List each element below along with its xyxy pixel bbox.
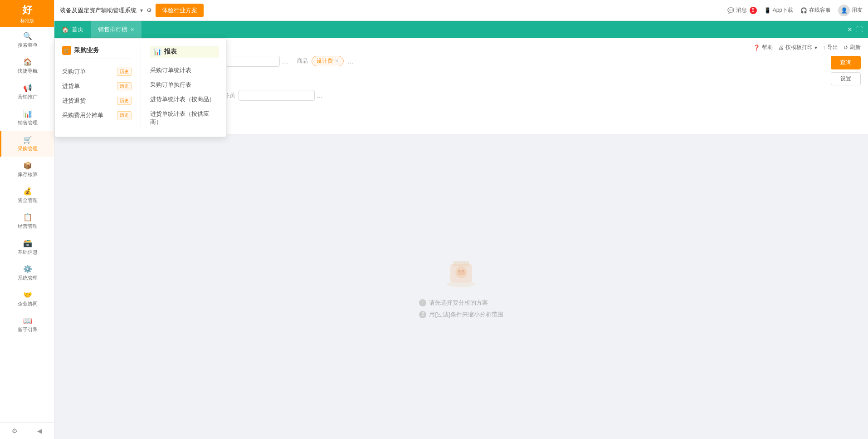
tab-controls: ✕ ⛶ (842, 26, 868, 33)
svg-point-6 (462, 270, 464, 272)
purchase-col-icon: 🛒 (62, 46, 71, 55)
goods-label: 商品 (297, 57, 308, 65)
sidebar-label-1: 快捷导航 (18, 68, 38, 74)
purchase-item-2[interactable]: 进货退货 历史 (62, 94, 132, 108)
goods-group: 商品 设计费 ✕ … (297, 56, 354, 66)
refresh-btn[interactable]: ↺ 刷新 (844, 44, 861, 51)
purchase-item-1[interactable]: 进货单 历史 (62, 79, 132, 94)
svg-point-5 (458, 270, 461, 272)
topbar-right: 💬 消息 5 📱 App下载 🎧 在线客服 👤 用友 (727, 5, 863, 16)
sidebar-icon-9: ⚙️ (23, 265, 32, 273)
settings-icon[interactable]: ⚙ (12, 427, 18, 434)
app-download-label: App下载 (773, 6, 793, 14)
bill-status-dots[interactable]: … (282, 58, 288, 65)
sidebar-item-5[interactable]: 📦 库存核算 (0, 157, 54, 183)
sidebar: 好 标准版 🔍 搜索菜单 🏠 快捷导航 📢 营销推广 📊 销售管理 🛒 采购管理… (0, 0, 54, 439)
goods-tag-text: 设计费 (317, 57, 333, 65)
sidebar-logo: 好 标准版 (0, 0, 54, 27)
purchase-item-3[interactable]: 采购费用分摊单 历史 (62, 108, 132, 123)
sidebar-footer: ⚙ ◀ (0, 422, 54, 439)
sidebar-item-7[interactable]: 📋 经营管理 (0, 208, 54, 234)
purchase-col-title: 采购业务 (74, 46, 99, 54)
message-badge: 5 (750, 7, 757, 14)
sidebar-item-9[interactable]: ⚙️ 系统管理 (0, 260, 54, 286)
topbar-left: 装备及固定资产辅助管理系统 ▾ ⚙ 体验行业方案 (60, 4, 204, 17)
sidebar-icon-1: 🏠 (23, 58, 32, 66)
sidebar-icon-10: 🤝 (23, 291, 32, 299)
topbar-settings-icon[interactable]: ⚙ (146, 7, 152, 14)
sidebar-label-4: 采购管理 (18, 145, 38, 152)
sidebar-icon-3: 📊 (23, 109, 32, 118)
report-item-3[interactable]: 进货单统计表（按供应商） (150, 107, 219, 129)
help-btn[interactable]: ❓ 帮助 (753, 44, 773, 51)
sidebar-item-1[interactable]: 🏠 快捷导航 (0, 53, 54, 79)
solution-button[interactable]: 体验行业方案 (156, 4, 204, 17)
sidebar-label-2: 营销推广 (18, 94, 38, 100)
topbar-dropdown-icon[interactable]: ▾ (140, 7, 143, 14)
export-icon: ↑ (823, 44, 825, 51)
system-title: 装备及固定资产辅助管理系统 (60, 6, 137, 15)
sidebar-item-2[interactable]: 📢 营销推广 (0, 79, 54, 105)
app-download-item[interactable]: 📱 App下载 (764, 6, 793, 14)
tab-home[interactable]: 🏠 首页 (54, 21, 91, 38)
sidebar-item-10[interactable]: 🤝 企业协同 (0, 286, 54, 312)
export-label: 导出 (827, 44, 838, 51)
purchase-dropdown: 🛒 采购业务 采购订单 历史 进货单 历史 进货退货 历史 采购费用分摊单 历史… (54, 38, 227, 137)
tab-sales-rank[interactable]: 销售排行榜 ✕ (91, 21, 141, 38)
report-item-1[interactable]: 采购订单执行表 (150, 78, 219, 92)
sidebar-icon-5: 📦 (23, 161, 32, 170)
sidebar-icon-4: 🛒 (23, 135, 32, 144)
message-label: 消息 (736, 6, 747, 14)
sidebar-item-8[interactable]: 🗃️ 基础信息 (0, 234, 54, 260)
tab-expand-icon[interactable]: ⛶ (856, 26, 863, 33)
print-dropdown-icon[interactable]: ▾ (814, 44, 817, 51)
sidebar-menu: 🔍 搜索菜单 🏠 快捷导航 📢 营销推广 📊 销售管理 🛒 采购管理 📦 库存核… (0, 27, 54, 422)
sidebar-label-5: 库存核算 (18, 171, 38, 178)
query-button[interactable]: 查询 (831, 56, 861, 69)
help-label: 帮助 (762, 44, 773, 51)
sidebar-icon-7: 📋 (23, 213, 32, 222)
goods-tag-close[interactable]: ✕ (335, 58, 339, 64)
tab-minimize-icon[interactable]: ✕ (847, 26, 853, 33)
sidebar-item-6[interactable]: 💰 资金管理 (0, 183, 54, 208)
purchase-item-0[interactable]: 采购订单 历史 (62, 64, 132, 79)
sidebar-icon-6: 💰 (23, 187, 32, 196)
user-label: 用友 (852, 6, 863, 14)
sidebar-item-0[interactable]: 🔍 搜索菜单 (0, 27, 54, 53)
set-button[interactable]: 设置 (831, 72, 861, 85)
bill-status-select[interactable] (225, 56, 280, 67)
tab-close-icon[interactable]: ✕ (130, 27, 134, 33)
phone-icon: 📱 (764, 7, 771, 14)
export-btn[interactable]: ↑ 导出 (823, 44, 838, 51)
tabbar: 🏠 首页 销售排行榜 ✕ ✕ ⛶ (54, 21, 868, 38)
print-icon: 🖨 (778, 44, 784, 51)
sidebar-icon-11: 📖 (23, 316, 32, 325)
collapse-icon[interactable]: ◀ (37, 427, 42, 434)
goods-dots[interactable]: … (347, 58, 354, 65)
salesman-input[interactable] (239, 90, 315, 101)
logo-sub: 标准版 (20, 18, 34, 24)
sidebar-label-7: 经营管理 (18, 223, 38, 230)
online-service-item[interactable]: 🎧 在线客服 (800, 6, 831, 14)
report-item-0[interactable]: 采购订单统计表 (150, 63, 219, 78)
sidebar-item-4[interactable]: 🛒 采购管理 (0, 131, 54, 157)
report-item-2[interactable]: 进货单统计表（按商品） (150, 92, 219, 107)
salesman-dots[interactable]: … (317, 92, 323, 99)
sidebar-icon-8: 🗃️ (23, 239, 32, 247)
tab-home-label: 首页 (72, 25, 83, 34)
purchase-item-label-2: 进货退货 (62, 97, 86, 105)
goods-tag: 设计费 ✕ (312, 56, 344, 66)
purchase-item-label-3: 采购费用分摊单 (62, 111, 103, 119)
history-tag-0: 历史 (117, 68, 132, 76)
message-icon: 💬 (727, 7, 734, 14)
sidebar-label-11: 新手引导 (18, 326, 38, 333)
sidebar-item-3[interactable]: 📊 销售管理 (0, 105, 54, 131)
user-item[interactable]: 👤 用友 (838, 5, 863, 16)
empty-state: 1 请先选择要分析的方案 2 用[过滤]条件来缩小分析范围 (54, 134, 868, 439)
sidebar-item-11[interactable]: 📖 新手引导 (0, 312, 54, 338)
message-item[interactable]: 💬 消息 5 (727, 6, 757, 14)
purchase-col-header: 🛒 采购业务 (62, 46, 132, 59)
empty-tip-1-text: 请先选择要分析的方案 (429, 297, 488, 309)
print-btn[interactable]: 🖨 按模板打印 ▾ (778, 44, 817, 51)
user-avatar: 👤 (838, 5, 850, 16)
